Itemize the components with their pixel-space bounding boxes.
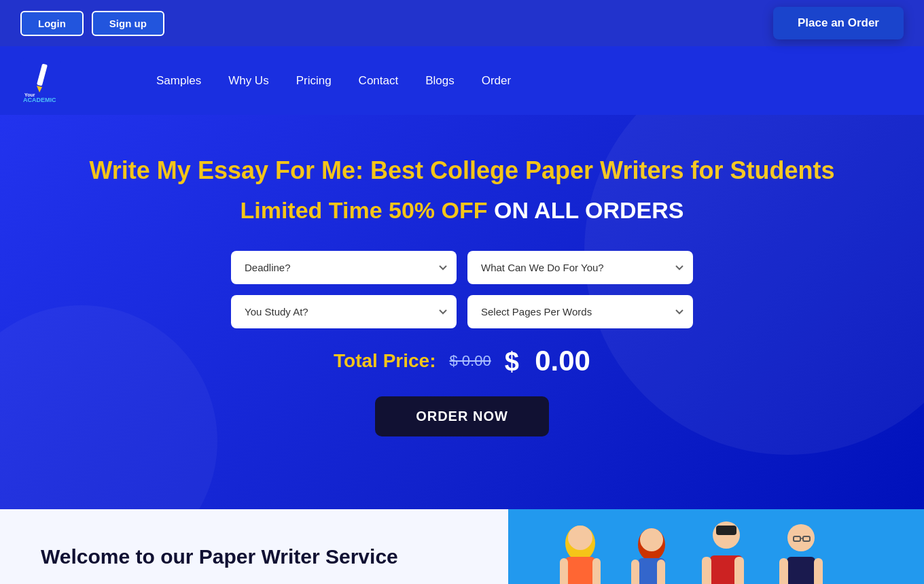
pages-select[interactable]: Select Pages Per Words1 Page / 275 Words… — [467, 295, 693, 328]
price-label: Total Price: — [334, 350, 436, 372]
hero-subtitle-yellow: Limited Time 50% OFF — [240, 197, 487, 223]
login-button[interactable]: Login — [20, 11, 84, 36]
price-discounted: $ 0.00 — [505, 345, 590, 377]
nav-whyus[interactable]: Why Us — [228, 74, 269, 88]
hero-subtitle: Limited Time 50% OFF ON ALL ORDERS — [20, 197, 904, 224]
bottom-right — [508, 509, 924, 584]
bottom-section: Welcome to our Paper Writer Service — [0, 509, 924, 584]
hero-subtitle-white: ON ALL ORDERS — [494, 197, 684, 223]
logo-icon: Your ACADEMIC — [20, 58, 61, 103]
svg-rect-16 — [716, 526, 736, 535]
top-bar-auth-buttons: Login Sign up — [20, 11, 164, 36]
svg-rect-23 — [814, 558, 823, 584]
nav-samples[interactable]: Samples — [156, 74, 201, 88]
nav-order[interactable]: Order — [482, 74, 511, 88]
nav-pricing[interactable]: Pricing — [296, 74, 332, 88]
bottom-left: Welcome to our Paper Writer Service — [0, 509, 508, 584]
nav-links: Samples Why Us Pricing Contact Blogs Ord… — [156, 74, 511, 88]
form-row-1: Deadline?3 hours6 hours12 hours24 hours2… — [231, 251, 693, 284]
svg-point-11 — [640, 528, 663, 551]
svg-rect-9 — [592, 558, 601, 584]
team-illustration — [526, 516, 906, 584]
price-original: $ 0.00 — [450, 352, 491, 370]
hero-section: Write My Essay For Me: Best College Pape… — [0, 115, 924, 509]
svg-rect-14 — [657, 560, 665, 584]
svg-rect-7 — [565, 557, 595, 584]
logo[interactable]: Your ACADEMIC — [20, 58, 61, 103]
study-select[interactable]: You Study At?High SchoolCollegeUniversit… — [231, 295, 457, 328]
welcome-heading: Welcome to our Paper Writer Service — [41, 545, 398, 568]
signup-button[interactable]: Sign up — [92, 11, 164, 36]
form-row-2: You Study At?High SchoolCollegeUniversit… — [231, 295, 693, 328]
nav-contact[interactable]: Contact — [359, 74, 399, 88]
svg-rect-19 — [734, 557, 744, 584]
nav-blogs[interactable]: Blogs — [425, 74, 455, 88]
svg-point-6 — [568, 526, 592, 550]
deadline-select[interactable]: Deadline?3 hours6 hours12 hours24 hours2… — [231, 251, 457, 284]
order-form: Deadline?3 hours6 hours12 hours24 hours2… — [231, 251, 693, 436]
svg-rect-22 — [779, 558, 788, 584]
hero-title: Write My Essay For Me: Best College Pape… — [20, 156, 904, 185]
navigation: Your ACADEMIC Samples Why Us Pricing Con… — [0, 46, 924, 115]
svg-rect-18 — [702, 557, 711, 584]
svg-rect-8 — [560, 558, 568, 584]
currency-symbol: $ — [505, 347, 519, 376]
top-bar: Login Sign up Place an Order — [0, 0, 924, 46]
svg-text:ACADEMIC: ACADEMIC — [23, 97, 56, 103]
svg-rect-13 — [631, 560, 639, 584]
order-now-button[interactable]: ORDER NOW — [375, 396, 549, 436]
place-order-button[interactable]: Place an Order — [773, 7, 904, 39]
service-select[interactable]: What Can We Do For You?EssayResearch Pap… — [467, 251, 693, 284]
price-value: 0.00 — [535, 345, 590, 377]
svg-rect-21 — [787, 557, 815, 584]
price-row: Total Price: $ 0.00 $ 0.00 — [231, 345, 693, 377]
